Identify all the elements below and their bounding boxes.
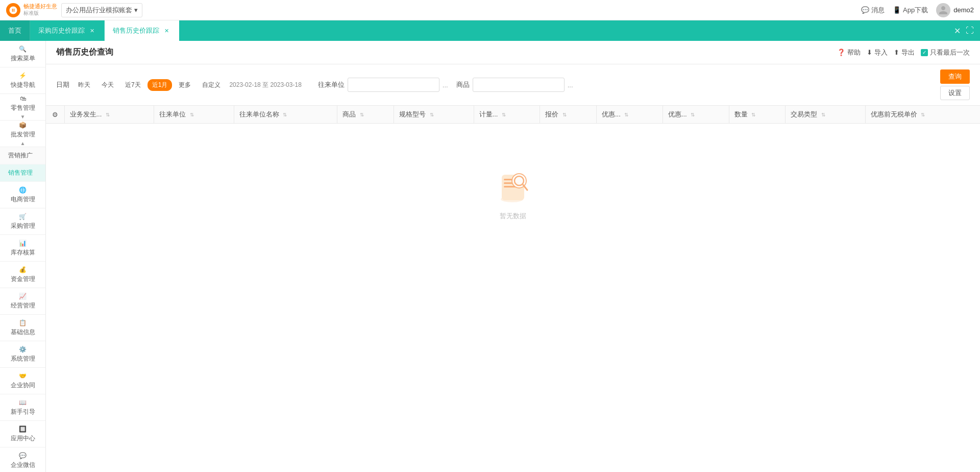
date-pill-custom[interactable]: 自定义: [198, 79, 225, 91]
sort-partner-code-icon: ⇅: [190, 112, 194, 117]
sidebar-item-system[interactable]: ⚙️ 系统管理: [0, 341, 45, 368]
export-button[interactable]: ⬆ 导出: [894, 48, 915, 57]
logo-svg: [9, 6, 18, 15]
app-icon: 📱: [893, 6, 901, 14]
sidebar-app-center-label: 应用中心: [11, 434, 35, 443]
expand-tab-icon[interactable]: ⛶: [966, 26, 974, 35]
basic-info-icon: 📋: [19, 319, 27, 326]
sidebar-item-guide[interactable]: 📖 新手引导: [0, 394, 45, 421]
account-selector[interactable]: 办公用品行业模拟账套 ▾: [61, 3, 142, 17]
close-sales-history-icon[interactable]: ✕: [162, 27, 170, 35]
last-only-checkbox-label[interactable]: 只看最后一次: [921, 48, 970, 57]
sidebar-item-app-center[interactable]: 🔲 应用中心: [0, 421, 45, 447]
main-layout: 🔍 搜索菜单 ⚡ 快捷导航 🛍 零售管理 ▼ 📦 批发管理 ▲ 营销推广 销售管…: [0, 41, 980, 472]
date-pill-7days[interactable]: 近7天: [120, 79, 145, 91]
sidebar-item-operation[interactable]: 📈 经营管理: [0, 288, 45, 315]
sidebar-item-retail[interactable]: 🛍 零售管理 ▼: [0, 94, 45, 121]
sidebar-item-purchase[interactable]: 🛒 采购管理: [0, 208, 45, 235]
close-purchase-history-icon[interactable]: ✕: [88, 27, 96, 35]
sidebar-item-inventory[interactable]: 📊 库存核算: [0, 235, 45, 262]
avatar-icon: [938, 5, 948, 15]
th-partner-code[interactable]: 往来单位 ⇅: [154, 106, 234, 124]
sidebar-item-quick-nav[interactable]: ⚡ 快捷导航: [0, 67, 45, 94]
user-area[interactable]: demo2: [936, 3, 974, 17]
date-pill-today[interactable]: 今天: [97, 79, 118, 91]
sidebar-item-basic-info[interactable]: 📋 基础信息: [0, 315, 45, 341]
sort-quote-icon: ⇅: [562, 112, 567, 117]
th-discount2[interactable]: 优惠... ⇅: [663, 106, 729, 124]
th-spec[interactable]: 规格型号 ⇅: [394, 106, 474, 124]
last-only-label: 只看最后一次: [930, 48, 970, 57]
close-tab-icon[interactable]: ✕: [954, 26, 961, 36]
tab-home[interactable]: 首页: [0, 20, 30, 41]
sidebar-item-ecommerce[interactable]: 🌐 电商管理: [0, 182, 45, 208]
th-partner-name[interactable]: 往来单位名称 ⇅: [234, 106, 337, 124]
tab-sales-history[interactable]: 销售历史价跟踪 ✕: [105, 20, 179, 41]
th-trade-type[interactable]: 交易类型 ⇅: [786, 106, 866, 124]
th-qty[interactable]: 数量 ⇅: [729, 106, 786, 124]
home-tab-label: 首页: [8, 26, 21, 35]
wholesale-icon: 📦: [19, 122, 27, 129]
sidebar-operation-label: 经营管理: [11, 301, 35, 310]
date-pill-yesterday[interactable]: 昨天: [74, 79, 95, 91]
dropdown-arrow-icon: ▾: [134, 6, 138, 14]
sidebar-item-cooperation[interactable]: 🤝 企业协同: [0, 368, 45, 394]
gear-icon[interactable]: ⚙: [52, 111, 58, 119]
app-label: App下载: [903, 6, 928, 15]
sort-spec-icon: ⇅: [430, 112, 434, 117]
empty-illustration: [493, 164, 533, 205]
goods-filter-group: 商品 ...: [456, 78, 573, 92]
app-center-icon: 🔲: [19, 426, 27, 433]
message-button[interactable]: 💬 消息: [861, 6, 885, 15]
logo-text-group: 畅捷通好生意 标准版: [23, 3, 57, 17]
sort-discount1-icon: ⇅: [624, 112, 628, 117]
partner-dots[interactable]: ...: [443, 81, 448, 89]
tab-bar-actions: ✕ ⛶: [948, 20, 980, 41]
date-range-text: 2023-02-18 至 2023-03-18: [229, 81, 301, 89]
app-download-button[interactable]: 📱 App下载: [893, 6, 928, 15]
message-label: 消息: [871, 6, 885, 15]
th-gear[interactable]: ⚙: [46, 106, 64, 124]
th-no-tax-price[interactable]: 优惠前无税单价 ⇅: [865, 106, 980, 124]
sidebar-item-marketing[interactable]: 营销推广: [0, 147, 45, 164]
sidebar-item-finance[interactable]: 💰 资金管理: [0, 262, 45, 288]
help-icon: ❓: [837, 49, 845, 56]
sidebar-inventory-label: 库存核算: [11, 248, 35, 257]
table-area: ⚙ 业务发生... ⇅ 往来单位 ⇅ 往来单位名称 ⇅: [46, 106, 980, 472]
sidebar-finance-label: 资金管理: [11, 275, 35, 284]
retail-icon: 🛍: [20, 95, 26, 102]
logo-icon: [6, 3, 20, 17]
goods-dots[interactable]: ...: [568, 81, 573, 89]
tab-bar: 首页 采购历史价跟踪 ✕ 销售历史价跟踪 ✕ ✕ ⛶: [0, 20, 980, 41]
date-pill-more[interactable]: 更多: [174, 79, 195, 91]
logo-text: 畅捷通好生意: [23, 3, 57, 10]
setting-button[interactable]: 设置: [940, 86, 970, 100]
help-button[interactable]: ❓ 帮助: [837, 48, 861, 57]
th-goods[interactable]: 商品 ⇅: [337, 106, 394, 124]
retail-arrow-icon: ▼: [20, 114, 26, 120]
date-filter-group: 日期 昨天 今天 近7天 近1月 更多 自定义 2023-02-18 至 202…: [56, 79, 302, 91]
finance-icon: 💰: [19, 266, 27, 273]
date-pill-1month[interactable]: 近1月: [148, 79, 173, 91]
th-quote[interactable]: 报价 ⇅: [540, 106, 597, 124]
th-discount1[interactable]: 优惠... ⇅: [596, 106, 663, 124]
operation-icon: 📈: [19, 293, 27, 300]
sidebar-item-wholesale[interactable]: 📦 批发管理 ▲: [0, 121, 45, 147]
sidebar-item-search[interactable]: 🔍 搜索菜单: [0, 41, 45, 67]
date-filter-label: 日期: [56, 80, 69, 89]
sort-trade-type-icon: ⇅: [821, 112, 825, 117]
last-only-checkbox[interactable]: [921, 49, 928, 56]
partner-input[interactable]: [348, 78, 439, 92]
import-button[interactable]: ⬇ 导入: [867, 48, 888, 57]
sidebar-retail-label: 零售管理: [11, 104, 35, 112]
tab-purchase-history[interactable]: 采购历史价跟踪 ✕: [30, 20, 105, 41]
th-unit[interactable]: 计量... ⇅: [474, 106, 540, 124]
query-button[interactable]: 查询: [940, 69, 970, 84]
sidebar-item-wechat[interactable]: 💬 企业微信: [0, 447, 45, 472]
sidebar-item-sales[interactable]: 销售管理: [0, 164, 45, 182]
top-bar-left: 畅捷通好生意 标准版 办公用品行业模拟账套 ▾: [6, 3, 142, 17]
goods-input[interactable]: [473, 78, 565, 92]
th-biz-date[interactable]: 业务发生... ⇅: [64, 106, 154, 124]
th-biz-date-label: 业务发生...: [70, 110, 102, 118]
inventory-icon: 📊: [19, 240, 27, 247]
